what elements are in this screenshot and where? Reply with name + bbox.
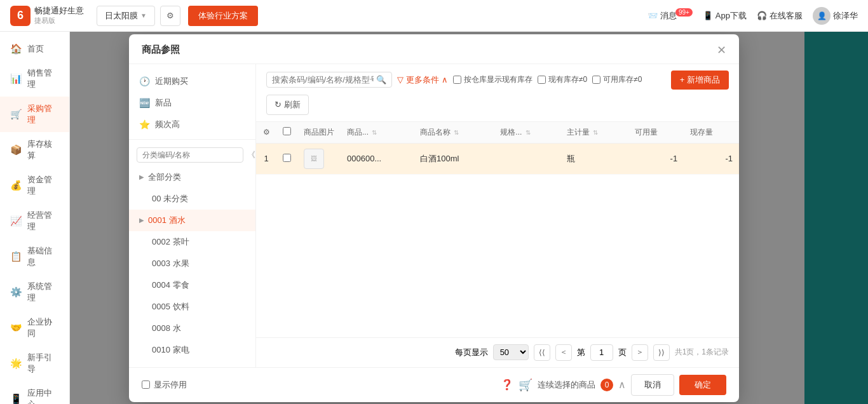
modal-close-button[interactable]: ✕ — [717, 43, 726, 57]
sidebar-item-sales[interactable]: 📊 销售管理 — [0, 61, 69, 97]
table-body: 1 🖼 000600... 白酒100ml — [256, 143, 739, 174]
sidebar-item-apps[interactable]: 📱 应用中心 — [0, 381, 69, 404]
page-size-select[interactable]: 50 20 100 — [493, 344, 529, 360]
checkbox-warehouse-input[interactable] — [453, 76, 461, 84]
cat-item-00[interactable]: 00 未分类 — [129, 188, 255, 210]
sidebar-label-home: 首页 — [27, 43, 44, 55]
checkbox-warehouse[interactable]: 按仓库显示现有库存 — [453, 74, 532, 85]
row-checkbox[interactable] — [283, 154, 291, 162]
product-table: ⚙ 商品图片 商品... ⇅ — [256, 122, 739, 175]
checkbox-avail-nonzero-input[interactable] — [592, 76, 600, 84]
cat-item-0002[interactable]: 0002 茶叶 — [129, 231, 255, 253]
td-img: 🖼 — [297, 143, 341, 174]
sidebar-label-basic: 基础信息 — [27, 245, 59, 268]
page-next-button[interactable]: ＞ — [632, 344, 648, 361]
sidebar-item-home[interactable]: 🏠 首页 — [0, 37, 69, 61]
headset-icon: 🎧 — [757, 11, 767, 20]
right-panel: 🔍 ▽ 更多条件 ∧ 按仓库显示现有库存 — [256, 64, 739, 367]
cat-label-0004: 0004 零食 — [152, 279, 189, 291]
table-row[interactable]: 1 🖼 000600... 白酒100ml — [256, 143, 739, 174]
cat-label-0001: 0001 酒水 — [148, 215, 186, 226]
th-unit[interactable]: 主计量 ⇅ — [560, 122, 629, 144]
sidebar-label-inventory: 库存核算 — [27, 138, 59, 161]
left-panel: 🕐 近期购买 🆕 新品 ⭐ 频次高 — [129, 64, 256, 367]
cancel-button[interactable]: 取消 — [631, 374, 674, 396]
sidebar-item-guide[interactable]: 🌟 新手引导 — [0, 346, 69, 381]
th-spec[interactable]: 规格... ⇅ — [494, 122, 560, 144]
cat-item-all[interactable]: ▶ 全部分类 — [129, 166, 255, 188]
business-icon: 📈 — [10, 215, 22, 227]
message-btn[interactable]: 📨 消息 99+ — [648, 10, 693, 22]
quick-label-recent: 近期购买 — [155, 76, 188, 87]
guide-icon: 🌟 — [10, 358, 22, 369]
sort-code-icon: ⇅ — [372, 129, 377, 136]
page-total-label: 共1页，1条记录 — [675, 347, 729, 358]
logo-icon: 6 — [10, 6, 31, 26]
refresh-button[interactable]: ↻ 刷新 — [266, 95, 309, 115]
user-area[interactable]: 👤 徐泽华 — [813, 7, 858, 25]
product-modal: 商品参照 ✕ 🕐 近期购买 🆕 新品 — [129, 34, 739, 402]
th-code[interactable]: 商品... ⇅ — [341, 122, 414, 144]
sidebar-item-basic[interactable]: 📋 基础信息 — [0, 239, 69, 274]
checkbox-stock-nonzero-label: 现有库存≠0 — [548, 74, 587, 85]
basic-icon: 📋 — [10, 251, 22, 262]
app-download-btn[interactable]: 📱 App下载 — [703, 10, 747, 22]
service-btn[interactable]: 🎧 在线客服 — [757, 10, 803, 22]
sidebar-label-business: 经营管理 — [27, 210, 59, 232]
cart-icon: 🛒 — [519, 378, 532, 392]
th-name[interactable]: 商品名称 ⇅ — [414, 122, 494, 144]
show-disabled-checkbox[interactable]: 显示停用 — [142, 379, 187, 391]
table-header: ⚙ 商品图片 商品... ⇅ — [256, 122, 739, 144]
brand-name: 畅捷通好生意 — [34, 6, 84, 16]
store-selector[interactable]: 日太阳膜 ▼ — [97, 6, 155, 26]
gear-button[interactable]: ⚙ — [160, 6, 180, 26]
confirm-button[interactable]: 确定 — [679, 375, 726, 395]
cat-item-0010[interactable]: 0010 家电 — [129, 339, 255, 361]
quick-item-recent[interactable]: 🕐 近期购买 — [129, 71, 255, 92]
checkbox-avail-nonzero[interactable]: 可用库存≠0 — [592, 74, 642, 85]
logo-area: 6 畅捷通好生意 捷易版 — [10, 6, 84, 26]
select-all-checkbox[interactable] — [283, 127, 291, 135]
filter-button[interactable]: ▽ 更多条件 ∧ — [397, 74, 448, 86]
cat-item-0001[interactable]: ▶ 0001 酒水 — [129, 210, 255, 231]
cat-item-0003[interactable]: 0003 水果 — [129, 253, 255, 274]
page-input[interactable] — [590, 344, 613, 361]
quick-label-freq: 频次高 — [155, 119, 180, 130]
modal-body: 🕐 近期购买 🆕 新品 ⭐ 频次高 — [129, 64, 739, 367]
sort-spec-icon: ⇅ — [526, 129, 531, 136]
sidebar-item-purchase[interactable]: 🛒 采购管理 — [0, 97, 69, 132]
th-settings: ⚙ — [256, 122, 276, 144]
cat-label-0008: 0008 水 — [152, 323, 181, 334]
checkbox-stock-nonzero-input[interactable] — [538, 76, 546, 84]
sidebar-item-corp[interactable]: 🤝 企业协同 — [0, 310, 69, 346]
category-search-input[interactable] — [137, 147, 243, 163]
cat-item-0004[interactable]: 0004 零食 — [129, 274, 255, 296]
exp-button[interactable]: 体验行业方案 — [188, 6, 258, 26]
sidebar-item-system[interactable]: ⚙️ 系统管理 — [0, 274, 69, 310]
page-last-button[interactable]: ⟩⟩ — [653, 344, 670, 361]
checkbox-stock-nonzero[interactable]: 现有库存≠0 — [538, 74, 587, 85]
cat-item-0005[interactable]: 0005 饮料 — [129, 296, 255, 318]
add-product-button[interactable]: + 新增商品 — [671, 71, 729, 90]
search-icon[interactable]: 🔍 — [376, 75, 386, 84]
quick-item-freq[interactable]: ⭐ 频次高 — [129, 114, 255, 135]
help-icon[interactable]: ❓ — [501, 379, 513, 391]
product-search-input[interactable] — [272, 75, 374, 84]
sidebar-item-inventory[interactable]: 📦 库存核算 — [0, 132, 69, 168]
page-prev-button[interactable]: ＜ — [555, 344, 572, 361]
collapse-cart-icon[interactable]: ∧ — [618, 379, 626, 391]
search-box: 🔍 — [266, 72, 392, 88]
th-avail: 可用量 — [628, 122, 684, 144]
cat-label-0002: 0002 茶叶 — [152, 236, 189, 248]
inventory-icon: 📦 — [10, 144, 22, 156]
cat-label-00: 00 未分类 — [152, 193, 188, 205]
sidebar-item-finance[interactable]: 💰 资金管理 — [0, 168, 69, 203]
show-disabled-input[interactable] — [142, 380, 150, 389]
collapse-btn[interactable]: 《 — [247, 149, 255, 161]
cat-item-0008[interactable]: 0008 水 — [129, 318, 255, 339]
quick-item-new[interactable]: 🆕 新品 — [129, 92, 255, 114]
sidebar-item-business[interactable]: 📈 经营管理 — [0, 203, 69, 239]
page-first-button[interactable]: ⟨⟨ — [534, 344, 550, 361]
sidebar: 🏠 首页 📊 销售管理 🛒 采购管理 📦 库存核算 💰 资金管理 📈 经营管理 … — [0, 32, 70, 404]
td-check[interactable] — [276, 143, 297, 174]
